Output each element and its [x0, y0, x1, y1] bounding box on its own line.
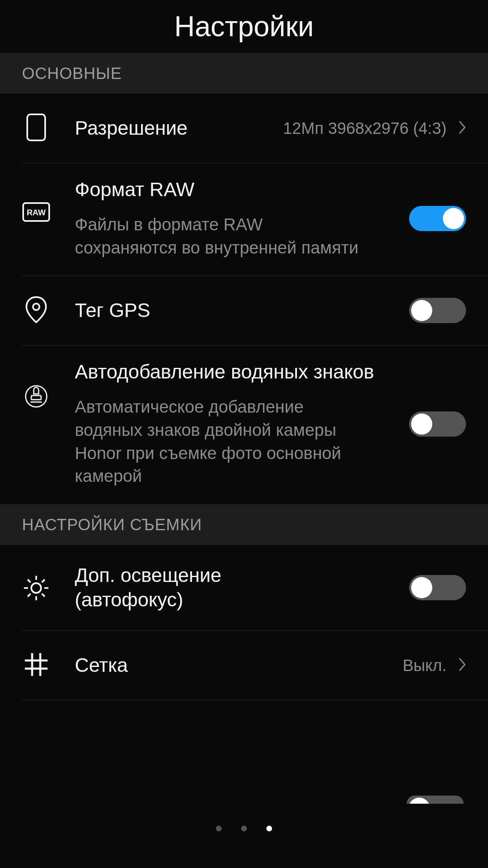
row-grid-label: Сетка — [75, 653, 394, 678]
svg-text:RAW: RAW — [27, 208, 46, 217]
row-next-toggle-partial[interactable] — [407, 796, 464, 804]
stamp-icon — [24, 384, 48, 410]
resolution-icon — [26, 113, 47, 144]
row-raw-label: Формат RAW — [75, 177, 401, 202]
section-general-header: ОСНОВНЫЕ — [0, 53, 488, 94]
section-general-label: ОСНОВНЫЕ — [22, 64, 122, 83]
pager-dot-2[interactable] — [266, 826, 272, 831]
row-af-light-toggle[interactable] — [409, 575, 466, 600]
row-raw-toggle[interactable] — [409, 206, 466, 231]
row-resolution-label: Разрешение — [75, 116, 275, 140]
svg-rect-5 — [31, 396, 41, 400]
raw-icon: RAW — [22, 202, 50, 224]
svg-point-3 — [33, 304, 39, 310]
svg-point-7 — [31, 583, 41, 593]
row-raw[interactable]: RAW Формат RAW Файлы в формате RAW сохра… — [0, 163, 488, 275]
svg-line-14 — [28, 594, 30, 597]
chevron-right-icon — [459, 658, 466, 673]
settings-screen: Настройки ОСНОВНЫЕ Разрешение 12Мп 3968x… — [0, 0, 488, 868]
row-watermark-desc: Автоматическое добавление водяных знаков… — [75, 396, 368, 488]
svg-point-4 — [26, 386, 47, 407]
page-header: Настройки — [0, 0, 488, 53]
row-af-light[interactable]: Доп. освещение (автофокус) — [0, 545, 488, 630]
row-gps[interactable]: Тег GPS — [0, 276, 488, 345]
row-raw-desc: Файлы в формате RAW сохраняются во внутр… — [75, 213, 368, 259]
row-watermark-label: Автодобавление водяных знаков — [75, 360, 401, 384]
section-shooting-label: НАСТРОЙКИ СЪЕМКИ — [22, 516, 202, 534]
row-watermark[interactable]: Автодобавление водяных знаков Автоматиче… — [0, 345, 488, 504]
svg-line-13 — [42, 594, 45, 597]
section-shooting-header: НАСТРОЙКИ СЪЕМКИ — [0, 504, 488, 545]
row-resolution[interactable]: Разрешение 12Мп 3968x2976 (4:3) — [0, 94, 488, 163]
svg-line-15 — [42, 579, 45, 582]
row-gps-label: Тег GPS — [75, 298, 401, 323]
row-af-light-label: Доп. освещение (автофокус) — [75, 563, 286, 612]
row-grid-value: Выкл. — [403, 656, 447, 675]
location-icon — [25, 295, 48, 326]
svg-rect-0 — [27, 114, 45, 140]
page-title: Настройки — [174, 10, 314, 43]
row-watermark-toggle[interactable] — [409, 411, 466, 437]
svg-line-12 — [28, 579, 30, 582]
grid-icon — [24, 652, 48, 678]
pager-dot-1[interactable] — [241, 826, 247, 831]
brightness-icon — [23, 575, 50, 603]
divider — [22, 700, 488, 700]
row-grid[interactable]: Сетка Выкл. — [0, 631, 488, 700]
chevron-right-icon — [459, 120, 466, 136]
row-gps-toggle[interactable] — [409, 298, 466, 323]
pagination-dots[interactable] — [0, 826, 488, 831]
row-resolution-value: 12Мп 3968x2976 (4:3) — [283, 119, 447, 138]
pager-dot-0[interactable] — [216, 826, 222, 831]
